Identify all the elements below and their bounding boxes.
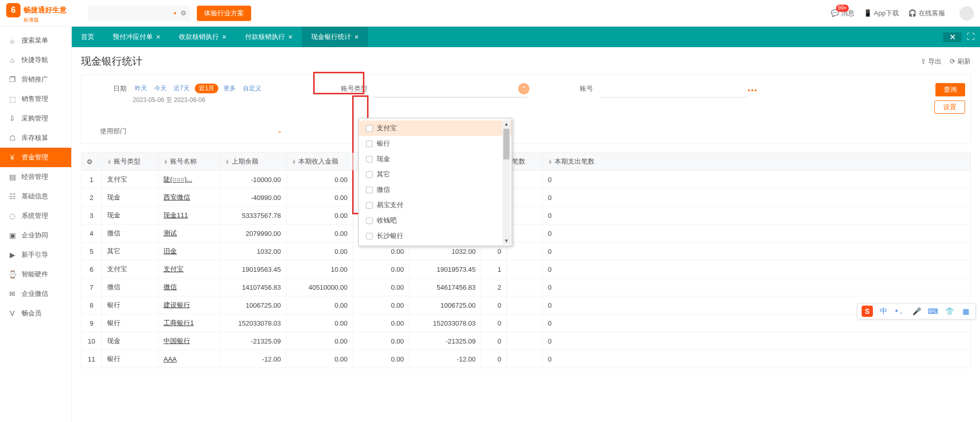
- close-icon[interactable]: ✕: [156, 34, 160, 41]
- dept-select[interactable]: ⌄: [133, 123, 287, 138]
- account-type-dropdown[interactable]: 支付宝银行现金其它微信易宝支付收钱吧长沙银行 ▲ ▼: [358, 118, 512, 246]
- gear-icon[interactable]: ⚙: [180, 9, 187, 17]
- tab-fullscreen[interactable]: ⛶: [962, 32, 980, 42]
- dropdown-item[interactable]: 长沙银行: [359, 228, 512, 244]
- cell-name[interactable]: 微信: [158, 278, 220, 296]
- cell-name[interactable]: 建设银行: [158, 296, 220, 314]
- org-selector[interactable]: ▾ ⚙: [88, 6, 191, 21]
- avatar[interactable]: [959, 6, 974, 21]
- account-input[interactable]: [599, 83, 748, 97]
- dropdown-item[interactable]: 微信: [359, 182, 512, 197]
- export-button[interactable]: ⇪导出: [921, 57, 942, 66]
- dropdown-item[interactable]: 易宝支付: [359, 197, 512, 213]
- sidebar-item[interactable]: ▣企业协同: [0, 226, 71, 245]
- online-service[interactable]: 🎧 在线客服: [908, 9, 945, 18]
- close-icon[interactable]: ✕: [354, 34, 359, 41]
- messages[interactable]: 💬 消息 99+: [831, 9, 854, 18]
- scroll-down-icon[interactable]: ▼: [502, 236, 511, 245]
- ime-keyboard-icon[interactable]: ⌨: [927, 306, 938, 317]
- scrollbar[interactable]: ▲ ▼: [502, 119, 511, 245]
- tab[interactable]: 付款核销执行✕: [236, 27, 302, 47]
- scroll-up-icon[interactable]: ▲: [502, 119, 511, 128]
- table-row: 1 支付宝 陡(○○○)... -10000.00 0.00 0: [81, 171, 971, 189]
- sidebar-item[interactable]: ◌系统管理: [0, 206, 71, 226]
- sidebar-item[interactable]: ⌂快捷导航: [0, 50, 71, 70]
- refresh-button[interactable]: ⟳刷新: [950, 57, 971, 66]
- dropdown-item[interactable]: 支付宝: [359, 120, 512, 136]
- checkbox[interactable]: [366, 233, 373, 239]
- col-account-name[interactable]: ▲▼账号名称: [158, 153, 220, 171]
- checkbox[interactable]: [366, 171, 373, 178]
- sidebar-item[interactable]: ⌕搜索菜单: [0, 31, 71, 50]
- gear-column[interactable]: ⚙: [81, 153, 102, 171]
- sidebar-item[interactable]: V畅会员: [0, 304, 71, 323]
- col-count[interactable]: 笔数: [507, 153, 543, 171]
- date-chip[interactable]: 昨天: [133, 83, 149, 94]
- checkbox[interactable]: [366, 187, 373, 193]
- date-chip[interactable]: 近1月: [195, 84, 219, 93]
- col-income[interactable]: ▲▼本期收入金额: [287, 153, 353, 171]
- date-chip[interactable]: 更多: [221, 83, 238, 94]
- cell-name[interactable]: 中国银行: [158, 332, 220, 350]
- cell-name[interactable]: AAA: [158, 350, 220, 368]
- date-chip[interactable]: 自定义: [241, 83, 263, 94]
- tab[interactable]: 预付冲应付单✕: [104, 27, 170, 47]
- checkbox[interactable]: [366, 202, 373, 209]
- close-icon[interactable]: ✕: [288, 34, 293, 41]
- sidebar-item[interactable]: ▤经营管理: [0, 167, 71, 187]
- app-download[interactable]: 📱 App下载: [864, 9, 899, 18]
- date-chip[interactable]: 今天: [152, 83, 169, 94]
- account-type-input[interactable]: [374, 83, 527, 97]
- sidebar-item[interactable]: ¥资金管理: [0, 148, 71, 167]
- cell-cnt: [507, 332, 543, 350]
- cell-name[interactable]: 测试: [158, 225, 220, 243]
- ime-skin-icon[interactable]: 👕: [944, 306, 955, 317]
- col-account-type[interactable]: ▲▼账号类型: [102, 153, 158, 171]
- tab[interactable]: 收款核销执行✕: [170, 27, 236, 47]
- dropdown-item[interactable]: 现金: [359, 151, 512, 167]
- dropdown-item[interactable]: 其它: [359, 167, 512, 182]
- sidebar-item[interactable]: ⬚销售管理: [0, 89, 71, 109]
- collapse-toggle[interactable]: ⌃: [518, 83, 529, 94]
- cell-type: 微信: [102, 278, 158, 296]
- sidebar-item[interactable]: ☖库存核算: [0, 128, 71, 148]
- checkbox[interactable]: [366, 156, 373, 163]
- cell-name[interactable]: 陡(○○○)...: [158, 171, 220, 189]
- checkbox[interactable]: [366, 125, 373, 132]
- dropdown-item[interactable]: 银行: [359, 136, 512, 151]
- trial-button[interactable]: 体验行业方案: [197, 6, 251, 21]
- settings-button[interactable]: 设置: [934, 101, 965, 114]
- cell-h2: -21325.09: [410, 332, 481, 350]
- ime-punct-icon[interactable]: •，: [894, 306, 906, 317]
- scroll-thumb[interactable]: [503, 129, 509, 159]
- ime-toolbar[interactable]: S 中 •， 🎤 ⌨ 👕 ▦: [857, 303, 976, 319]
- col-out-count[interactable]: ▲▼本期支出笔数: [543, 153, 971, 171]
- sidebar-item[interactable]: ✉企业微信: [0, 284, 71, 304]
- cell-name[interactable]: 工商银行1: [158, 314, 220, 332]
- ime-toolbox-icon[interactable]: ▦: [960, 306, 971, 317]
- checkbox[interactable]: [366, 217, 373, 224]
- tab[interactable]: 现金银行统计✕: [302, 27, 368, 47]
- tab[interactable]: 首页: [72, 27, 104, 47]
- sidebar-item[interactable]: ▶新手引导: [0, 245, 71, 265]
- sidebar-item[interactable]: ❐营销推广: [0, 70, 71, 89]
- cell-name[interactable]: 现金111: [158, 207, 220, 225]
- ime-logo-icon[interactable]: S: [862, 306, 873, 317]
- sidebar-item[interactable]: ⇩采购管理: [0, 109, 71, 128]
- checkbox[interactable]: [366, 140, 373, 147]
- dropdown-item[interactable]: 收钱吧: [359, 213, 512, 228]
- ime-mic-icon[interactable]: 🎤: [911, 306, 922, 317]
- cell-name[interactable]: 支付宝: [158, 260, 220, 278]
- cell-name[interactable]: 旧金: [158, 243, 220, 260]
- date-chip[interactable]: 近7天: [172, 83, 192, 94]
- query-button[interactable]: 查询: [935, 83, 965, 96]
- more-icon[interactable]: •••: [748, 86, 758, 94]
- close-icon[interactable]: ✕: [222, 34, 227, 41]
- sidebar-item[interactable]: ☷基础信息: [0, 187, 71, 206]
- sidebar-item[interactable]: ⌚智能硬件: [0, 265, 71, 284]
- table-row: 3 现金 现金111 53337567.78 0.00 0: [81, 207, 971, 225]
- tab-close-all[interactable]: ✕: [943, 32, 962, 42]
- ime-lang[interactable]: 中: [878, 306, 889, 317]
- cell-name[interactable]: 西安微信: [158, 189, 220, 207]
- col-open-balance[interactable]: ▲▼上期余额: [220, 153, 287, 171]
